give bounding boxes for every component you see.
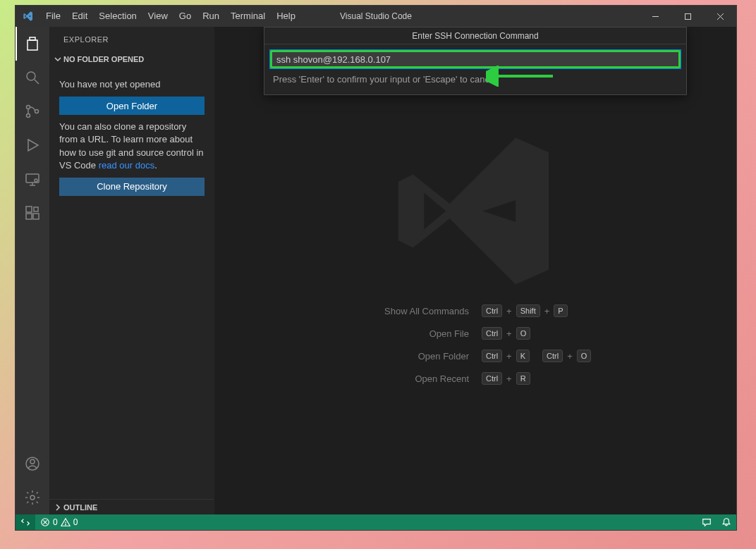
notifications-bell-icon[interactable] [717, 514, 736, 530]
sidebar-outline-header[interactable]: OUTLINE [49, 499, 214, 514]
menu-view[interactable]: View [142, 6, 173, 27]
shortcut-row: Show All CommandsCtrl+Shift+P [349, 304, 602, 317]
sidebar-section-label: NO FOLDER OPENED [63, 55, 144, 63]
menu-help[interactable]: Help [271, 6, 301, 27]
svg-point-18 [30, 459, 35, 464]
shortcut-keys: Ctrl+R [482, 372, 602, 385]
explorer-icon[interactable] [16, 27, 49, 61]
keycap: Shift [516, 304, 540, 317]
svg-point-4 [27, 72, 35, 80]
svg-rect-15 [33, 214, 39, 219]
keycap: Ctrl [482, 327, 502, 340]
menubar: File Edit Selection View Go Run Terminal… [40, 6, 301, 27]
svg-point-8 [35, 110, 39, 113]
body: EXPLORER NO FOLDER OPENED You have not y… [16, 27, 736, 514]
svg-rect-1 [685, 13, 690, 19]
sidebar-body: You have not yet opened Open Folder You … [49, 67, 214, 499]
warning-count: 0 [73, 517, 78, 527]
svg-rect-16 [34, 207, 38, 211]
feedback-icon[interactable] [697, 514, 717, 530]
shortcut-keys: Ctrl+KCtrl+O [482, 350, 602, 362]
ssh-command-input[interactable] [270, 50, 681, 68]
vscode-window: File Edit Selection View Go Run Terminal… [16, 6, 736, 530]
extensions-icon[interactable] [16, 196, 49, 230]
problems-indicator[interactable]: 0 0 [35, 514, 83, 530]
shortcut-keys: Ctrl+O [482, 327, 602, 340]
sidebar-message-1: You have not yet opened [59, 78, 205, 91]
keycap: O [577, 350, 592, 362]
menu-file[interactable]: File [40, 6, 66, 27]
shortcut-row: Open FolderCtrl+KCtrl+O [349, 350, 602, 362]
command-palette: Enter SSH Connection Command Press 'Ente… [264, 27, 687, 95]
shortcut-row: Open RecentCtrl+R [349, 372, 602, 385]
maximize-button[interactable] [671, 6, 704, 27]
keycap: R [516, 372, 530, 385]
chevron-right-icon [52, 503, 63, 512]
menu-go[interactable]: Go [173, 6, 197, 27]
run-debug-icon[interactable] [16, 128, 49, 162]
sidebar-section-header[interactable]: NO FOLDER OPENED [49, 51, 214, 67]
keycap: P [554, 304, 567, 317]
vscode-logo-icon [16, 11, 40, 22]
shortcut-row: Open FileCtrl+O [349, 327, 602, 340]
minimize-button[interactable] [639, 6, 671, 27]
statusbar: 0 0 [16, 514, 736, 530]
sidebar: EXPLORER NO FOLDER OPENED You have not y… [49, 27, 214, 514]
keycap: Ctrl [482, 350, 502, 362]
svg-point-19 [30, 495, 35, 500]
keycap: O [516, 327, 531, 340]
svg-point-6 [27, 106, 30, 109]
error-count: 0 [53, 517, 58, 527]
palette-input-container [270, 50, 681, 68]
remote-indicator[interactable] [16, 514, 35, 530]
search-icon[interactable] [16, 61, 49, 94]
svg-point-25 [65, 524, 66, 525]
shortcut-label: Open File [349, 328, 469, 339]
sidebar-outline-label: OUTLINE [63, 503, 97, 512]
svg-point-12 [35, 179, 37, 182]
menu-run[interactable]: Run [197, 6, 225, 27]
welcome-shortcuts: Show All CommandsCtrl+Shift+POpen FileCt… [214, 304, 736, 385]
keycap: Ctrl [482, 304, 502, 317]
shortcut-label: Show All Commands [349, 306, 469, 316]
editor-area: Show All CommandsCtrl+Shift+POpen FileCt… [214, 27, 736, 514]
remote-explorer-icon[interactable] [16, 162, 49, 196]
palette-title: Enter SSH Connection Command [264, 27, 686, 44]
svg-rect-14 [26, 214, 32, 219]
sidebar-message-2: You can also clone a repository from a U… [59, 121, 205, 172]
settings-gear-icon[interactable] [16, 481, 49, 514]
keycap: Ctrl [482, 372, 502, 385]
shortcut-keys: Ctrl+Shift+P [482, 304, 602, 317]
sidebar-title: EXPLORER [49, 27, 214, 51]
shortcut-label: Open Folder [349, 351, 469, 362]
vscode-watermark-icon [384, 119, 567, 304]
chevron-down-icon [52, 55, 63, 63]
plus-separator: + [544, 306, 550, 316]
svg-rect-13 [26, 206, 32, 212]
titlebar: File Edit Selection View Go Run Terminal… [16, 6, 736, 27]
plus-separator: + [506, 328, 512, 339]
svg-point-7 [27, 114, 30, 118]
menu-edit[interactable]: Edit [66, 6, 93, 27]
accounts-icon[interactable] [16, 447, 49, 481]
read-docs-link[interactable]: read our docs [99, 160, 155, 171]
window-controls [639, 6, 736, 27]
close-button[interactable] [704, 6, 736, 27]
open-folder-button[interactable]: Open Folder [59, 97, 205, 115]
plus-separator: + [506, 351, 512, 362]
clone-repository-button[interactable]: Clone Repository [59, 178, 205, 196]
activitybar [16, 27, 49, 514]
keycap: K [516, 350, 530, 362]
menu-selection[interactable]: Selection [93, 6, 142, 27]
plus-separator: + [506, 374, 512, 384]
menu-terminal[interactable]: Terminal [225, 6, 271, 27]
keycap: Ctrl [542, 350, 563, 362]
shortcut-label: Open Recent [349, 374, 469, 384]
plus-separator: + [567, 351, 573, 362]
svg-line-5 [35, 80, 39, 84]
palette-hint: Press 'Enter' to confirm your input or '… [264, 71, 686, 87]
source-control-icon[interactable] [16, 94, 49, 128]
plus-separator: + [506, 306, 512, 316]
